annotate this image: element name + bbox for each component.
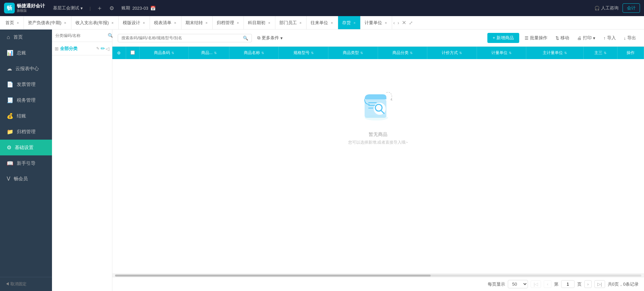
page-label: 第 [554, 281, 558, 287]
tab-next-button[interactable]: › [396, 20, 400, 26]
kuaiji-button[interactable]: 会计 [623, 3, 640, 13]
col-extra[interactable]: 主三 ⇅ [583, 47, 618, 59]
import-icon: ↑ [603, 36, 606, 41]
tab-contacts[interactable]: 往来单位 × [307, 16, 338, 30]
batch-operation-button[interactable]: ☰ 批量操作 [522, 34, 550, 42]
home-icon: ⌂ [7, 34, 10, 40]
col-spec[interactable]: 规格型号 ⇅ [279, 47, 328, 59]
page-input[interactable] [561, 280, 575, 288]
settings-button[interactable]: ⚙ [107, 4, 116, 12]
service-button[interactable]: 🎧 人工咨询 [594, 5, 619, 11]
tab-close-unit[interactable]: × [384, 21, 387, 25]
sort-unit-icon: ⇅ [509, 51, 512, 55]
tab-close-inventory[interactable]: × [353, 21, 356, 25]
tab-close-contacts[interactable]: × [330, 21, 333, 25]
batch-icon: ☰ [525, 36, 529, 41]
col-settings[interactable]: ⚙ [112, 47, 126, 59]
edit-category-button[interactable]: ✏ [100, 45, 106, 52]
sidebar-item-reports[interactable]: ☁ 云报表中心 [0, 61, 52, 77]
guide-icon: 📖 [7, 160, 13, 166]
sort-category-icon: ⇅ [410, 51, 413, 55]
print-button[interactable]: 🖨 打印 ▾ [575, 34, 598, 42]
tab-subject-init[interactable]: 科目期初 × [244, 16, 275, 30]
col-actions: 操作 [618, 47, 644, 59]
tab-close-template[interactable]: × [142, 21, 146, 25]
first-page-button[interactable]: |◁ [531, 280, 541, 288]
company-selector[interactable]: 基层工会测试 ▾ [50, 4, 86, 12]
scrollbar-thumb[interactable] [115, 275, 431, 277]
select-all-checkbox[interactable] [130, 50, 135, 55]
tab-template-design[interactable]: 模版设计 × [119, 16, 150, 30]
sidebar-item-member[interactable]: V 畅会员 [0, 171, 52, 187]
tab-prev-button[interactable]: ‹ [392, 20, 396, 26]
tab-close-income[interactable]: × [111, 21, 114, 25]
sidebar-item-invoice[interactable]: 📄 发票管理 [0, 77, 52, 92]
horizontal-scrollbar[interactable] [112, 274, 644, 277]
tab-close-dept[interactable]: × [299, 21, 302, 25]
tab-archive[interactable]: 归档管理 × [213, 16, 244, 30]
tab-close-tax[interactable]: × [173, 21, 177, 25]
tab-expand-button[interactable]: ⤢ [408, 20, 414, 26]
col-unit[interactable]: 计量单位 ⇅ [477, 47, 526, 59]
col-pricing[interactable]: 计价方式 ⇅ [427, 47, 477, 59]
tab-period-carry[interactable]: 期末结转 × [181, 16, 213, 30]
empty-state-icon [358, 86, 398, 126]
collapse-panel-button[interactable]: ◁ [106, 46, 109, 51]
move-button[interactable]: ⇅ 移动 [553, 34, 572, 42]
tab-inventory[interactable]: 存货 × [338, 16, 361, 30]
sidebar-unpin-button[interactable]: ◀ 取消固定 [0, 277, 52, 291]
tab-homepage[interactable]: 首页 × [1, 16, 24, 30]
empty-title: 暂无商品 [369, 132, 387, 138]
ledger-icon: 📊 [7, 50, 13, 56]
search-icon[interactable]: 🔍 [243, 36, 248, 41]
sidebar-item-guide[interactable]: 📖 新手引导 [0, 155, 52, 171]
logo-area: 畅 畅捷通好会计 旗舰版 [4, 3, 48, 13]
tab-close-period[interactable]: × [205, 21, 208, 25]
search-input[interactable] [121, 36, 241, 40]
prev-page-button[interactable]: ‹ [544, 280, 551, 288]
sidebar-item-ledger[interactable]: 📊 总账 [0, 45, 52, 61]
product-table-container: ⚙ 商品条码 ⇅ [112, 47, 644, 274]
closing-icon: 💰 [7, 113, 13, 119]
tab-close-subject[interactable]: × [267, 21, 271, 25]
import-button[interactable]: ↑ 导入 [601, 34, 619, 42]
export-button[interactable]: ↓ 导出 [621, 34, 639, 42]
print-chevron-icon: ▾ [593, 36, 595, 41]
tab-balance-sheet[interactable]: 资产负债表(中期) × [24, 16, 71, 30]
tab-close-balance[interactable]: × [63, 21, 67, 25]
sidebar-item-home[interactable]: ⌂ 首页 [0, 30, 52, 45]
sidebar-item-tax[interactable]: 🧾 税务管理 [0, 92, 52, 108]
all-categories-item[interactable]: 全部分类 [60, 46, 96, 52]
add-tab-button[interactable]: ＋ [95, 3, 105, 13]
tab-unit[interactable]: 计量单位 × [361, 16, 392, 30]
total-records-label: 共0页，0条记录 [608, 281, 639, 287]
right-content: 🔍 ⧉ 更多条件 ▾ + 新增商品 ☰ 批量操作 ⇅ [112, 30, 644, 291]
tab-income-report[interactable]: 收入支出表(年报) × [71, 16, 119, 30]
category-search-area: 🔍 [52, 30, 112, 42]
sidebar-item-settings[interactable]: ⚙ 基础设置 [0, 140, 52, 155]
tab-tax-list[interactable]: 税表清单 × [150, 16, 181, 30]
col-barcode[interactable]: 商品条码 ⇅ [139, 47, 189, 59]
tab-close-all-button[interactable]: ✕ [400, 19, 408, 26]
archive-icon: 📁 [7, 129, 13, 135]
last-page-button[interactable]: ▷| [594, 280, 605, 288]
sidebar-item-closing[interactable]: 💰 结账 [0, 108, 52, 124]
sidebar-item-archive[interactable]: 📁 归档管理 [0, 124, 52, 140]
main-layout: ⌂ 首页 📊 总账 ☁ 云报表中心 📄 发票管理 🧾 税务管理 💰 结账 📁 归… [0, 30, 644, 291]
category-search-input[interactable] [55, 33, 106, 38]
col-code[interactable]: 商品... ⇅ [189, 47, 229, 59]
col-name[interactable]: 商品名称 ⇅ [229, 47, 279, 59]
col-category[interactable]: 商品分类 ⇅ [378, 47, 427, 59]
add-product-button[interactable]: + 新增商品 [487, 33, 519, 43]
per-page-label: 每页显示 [488, 281, 505, 287]
col-main-unit[interactable]: 主计量单位 ⇅ [526, 47, 584, 59]
tab-close-archive[interactable]: × [236, 21, 239, 25]
filter-button[interactable]: ⧉ 更多条件 ▾ [255, 34, 285, 42]
per-page-select[interactable]: 50 100 200 [508, 280, 528, 288]
col-type[interactable]: 商品类型 ⇅ [328, 47, 378, 59]
tab-close-homepage[interactable]: × [16, 21, 19, 25]
tab-dept-staff[interactable]: 部门员工 × [275, 16, 307, 30]
col-checkbox[interactable] [126, 47, 139, 59]
next-page-button[interactable]: › [584, 280, 592, 288]
calendar-icon[interactable]: 📅 [150, 6, 156, 11]
